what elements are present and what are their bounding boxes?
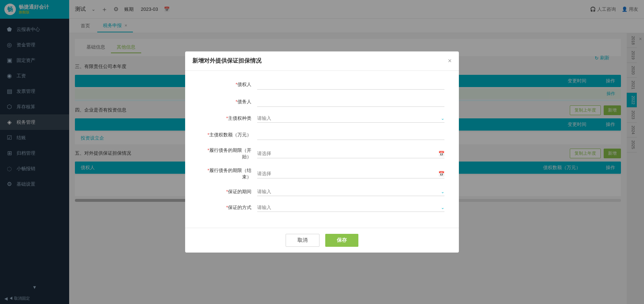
creditor-input[interactable]: [257, 80, 444, 90]
form-row-period-start: *履行债务的期限（开始） 📅: [200, 147, 444, 160]
form-label-guarantee-period: *保证的期间: [200, 189, 257, 195]
debtor-input[interactable]: [257, 97, 444, 107]
guarantee-method-input[interactable]: [257, 205, 441, 210]
guarantee-period-arrow-icon[interactable]: ⌄: [441, 189, 444, 194]
guarantee-method-arrow-icon[interactable]: ⌄: [441, 205, 444, 210]
creditor-amount-input[interactable]: [257, 130, 444, 140]
guarantee-period-input[interactable]: [257, 189, 441, 194]
form-label-creditor-type: *主债权种类: [200, 115, 257, 122]
form-row-debtor: *债务人: [200, 97, 444, 107]
form-label-period-end: *履行债务的期限（结束）: [200, 167, 257, 180]
form-label-creditor-amount: *主债权数额（万元）: [200, 132, 257, 138]
period-start-calendar-icon[interactable]: 📅: [438, 151, 444, 156]
save-button[interactable]: 保存: [325, 234, 358, 247]
period-end-input[interactable]: [257, 171, 438, 176]
add-guarantee-dialog: 新增对外提供保证担保情况 × *债权人 *债务人: [185, 51, 459, 253]
form-row-period-end: *履行债务的期限（结束） 📅: [200, 167, 444, 180]
dialog-body: *债权人 *债务人 *主债权种类: [185, 71, 459, 228]
period-end-calendar-icon[interactable]: 📅: [438, 171, 444, 177]
form-row-guarantee-period: *保证的期间 ⌄: [200, 187, 444, 196]
form-row-guarantee-method: *保证的方式 ⌄: [200, 203, 444, 212]
form-label-creditor: *债权人: [200, 81, 257, 88]
period-start-input[interactable]: [257, 151, 438, 156]
dialog-title: 新增对外提供保证担保情况: [192, 57, 261, 65]
form-label-guarantee-method: *保证的方式: [200, 204, 257, 211]
dialog-footer: 取消 保存: [185, 228, 459, 253]
dialog-overlay: 新增对外提供保证担保情况 × *债权人 *债务人: [0, 0, 644, 304]
form-row-creditor-amount: *主债权数额（万元）: [200, 130, 444, 140]
creditor-type-input[interactable]: [257, 115, 441, 121]
creditor-type-arrow-icon[interactable]: ⌄: [441, 116, 444, 121]
dialog-close-btn[interactable]: ×: [448, 57, 452, 65]
form-row-creditor: *债权人: [200, 80, 444, 90]
form-label-debtor: *债务人: [200, 99, 257, 105]
dialog-header: 新增对外提供保证担保情况 ×: [185, 51, 459, 71]
form-row-creditor-type: *主债权种类 ⌄: [200, 114, 444, 123]
form-label-period-start: *履行债务的期限（开始）: [200, 147, 257, 160]
cancel-button[interactable]: 取消: [286, 234, 319, 247]
